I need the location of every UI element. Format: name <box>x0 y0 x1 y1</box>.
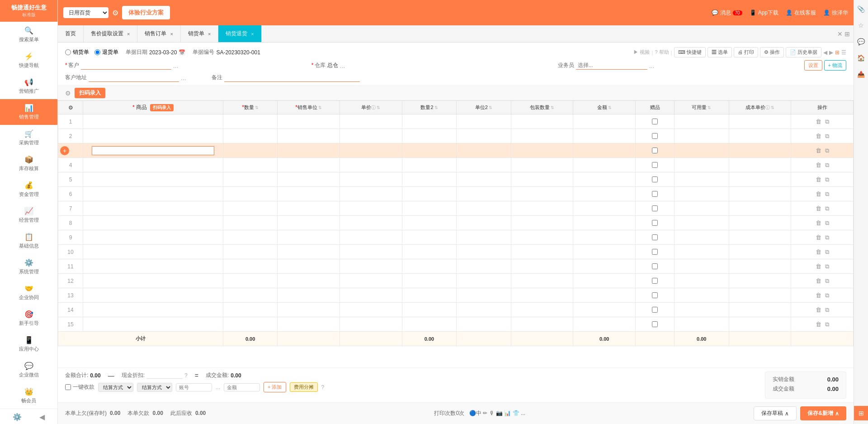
row-avail-cell[interactable] <box>675 274 729 288</box>
row-avail-cell[interactable] <box>675 201 729 216</box>
radio-return-input[interactable] <box>94 49 100 55</box>
panel-icon-4[interactable]: 🏠 <box>855 52 867 63</box>
row-qty-cell[interactable] <box>223 216 277 230</box>
account-input[interactable] <box>176 383 212 391</box>
sidebar-item-shortcut[interactable]: ⚡ 快捷导航 <box>0 48 57 73</box>
tab-sales-delivery[interactable]: 销货单 × <box>181 25 218 42</box>
copy-row-btn[interactable]: ⧉ <box>824 118 830 125</box>
collapse-icon[interactable]: ◀ <box>39 413 45 421</box>
row-price-cell[interactable] <box>340 114 402 129</box>
row-price-cell[interactable] <box>340 187 402 201</box>
gift-checkbox[interactable] <box>652 249 658 255</box>
logistics-button[interactable]: + 物流 <box>824 60 846 71</box>
row-amount-cell[interactable] <box>573 317 636 332</box>
row-unit-cell[interactable] <box>278 114 340 129</box>
row-qty-cell[interactable] <box>223 201 277 216</box>
warehouse-picker-icon[interactable]: ... <box>340 62 345 69</box>
grid-view-icon[interactable]: ⊞ <box>835 49 840 56</box>
row-gift-cell[interactable] <box>636 245 675 259</box>
row-gift-cell[interactable] <box>636 201 675 216</box>
panel-icon-3[interactable]: 💬 <box>855 36 867 47</box>
row-unit2-cell[interactable] <box>457 303 511 317</box>
customer-picker-icon[interactable]: ... <box>173 62 179 69</box>
row-unit-cell[interactable] <box>278 274 340 288</box>
row-product-cell[interactable] <box>83 259 223 274</box>
row-pkgqty-cell[interactable] <box>511 274 573 288</box>
row-unit-cell[interactable] <box>278 216 340 230</box>
row-qty2-cell[interactable] <box>402 245 456 259</box>
delete-row-btn[interactable]: 🗑 <box>815 306 822 314</box>
row-unit2-cell[interactable] <box>457 187 511 201</box>
row-unit-cell[interactable] <box>278 129 340 143</box>
help-link[interactable]: ? 帮助 <box>655 49 669 56</box>
row-unit2-cell[interactable] <box>457 114 511 129</box>
row-amount-cell[interactable] <box>573 172 636 187</box>
copy-row-btn[interactable]: ⧉ <box>824 219 830 227</box>
copy-row-btn[interactable]: ⧉ <box>824 263 830 270</box>
row-amount-cell[interactable] <box>573 230 636 245</box>
row-amount-cell[interactable] <box>573 158 636 172</box>
row-gift-cell[interactable] <box>636 143 675 158</box>
delete-row-btn[interactable]: 🗑 <box>815 147 822 154</box>
sidebar-item-wechat[interactable]: 💬 企业微信 <box>0 357 57 383</box>
row-cost-cell[interactable] <box>729 114 791 129</box>
row-amount-cell[interactable] <box>573 187 636 201</box>
online-service-item[interactable]: 👤 在线客服 <box>786 9 816 17</box>
product-input[interactable] <box>92 146 214 155</box>
copy-row-btn[interactable]: ⧉ <box>824 191 830 198</box>
sidebar-item-operation[interactable]: 📈 经营管理 <box>0 202 57 228</box>
sidebar-item-sales[interactable]: 📊 销售管理 <box>0 99 57 125</box>
row-gift-cell[interactable] <box>636 216 675 230</box>
row-avail-cell[interactable] <box>675 129 729 143</box>
staff-input[interactable] <box>576 61 647 70</box>
row-amount-cell[interactable] <box>573 129 636 143</box>
row-pkgqty-cell[interactable] <box>511 143 573 158</box>
panel-icon-5[interactable]: 📤 <box>855 69 867 80</box>
row-cost-cell[interactable] <box>729 201 791 216</box>
save-new-button[interactable]: 保存&新增 ∧ <box>800 406 846 420</box>
row-qty2-cell[interactable] <box>402 274 456 288</box>
row-cost-cell[interactable] <box>729 274 791 288</box>
row-gift-cell[interactable] <box>636 129 675 143</box>
sidebar-item-marketing[interactable]: 📢 营销推广 <box>0 73 57 99</box>
row-unit2-cell[interactable] <box>457 172 511 187</box>
row-unit-cell[interactable] <box>278 201 340 216</box>
row-amount-cell[interactable] <box>573 143 636 158</box>
row-unit2-cell[interactable] <box>457 230 511 245</box>
row-pkgqty-cell[interactable] <box>511 158 573 172</box>
sidebar-item-guide[interactable]: 🎯 新手引导 <box>0 305 57 331</box>
row-unit-cell[interactable] <box>278 230 340 245</box>
row-pkgqty-cell[interactable] <box>511 259 573 274</box>
one-key-payment-label[interactable]: 一键收款 <box>65 383 94 391</box>
row-price-cell[interactable] <box>340 303 402 317</box>
industry-select[interactable]: 日用百货 <box>63 7 108 18</box>
row-price-cell[interactable] <box>340 274 402 288</box>
tab-sales-order-close[interactable]: × <box>170 31 173 37</box>
row-pkgqty-cell[interactable] <box>511 216 573 230</box>
row-unit-cell[interactable] <box>278 317 340 332</box>
row-cost-cell[interactable] <box>729 216 791 230</box>
row-cost-cell[interactable] <box>729 245 791 259</box>
user-item[interactable]: 👤 徐泽华 <box>823 9 848 17</box>
row-cost-cell[interactable] <box>729 288 791 303</box>
panel-icon-1[interactable]: 📎 <box>855 4 867 14</box>
row-avail-cell[interactable] <box>675 172 729 187</box>
add-payment-btn[interactable]: + 添加 <box>264 382 286 392</box>
row-unit2-cell[interactable] <box>457 129 511 143</box>
row-qty2-cell[interactable] <box>402 288 456 303</box>
row-qty2-cell[interactable] <box>402 216 456 230</box>
row-product-cell[interactable] <box>83 201 223 216</box>
row-pkgqty-cell[interactable] <box>511 303 573 317</box>
row-cost-cell[interactable] <box>729 317 791 332</box>
list-view-icon[interactable]: ☰ <box>841 49 846 56</box>
row-product-cell[interactable] <box>83 317 223 332</box>
row-product-cell[interactable] <box>83 245 223 259</box>
row-pkgqty-cell[interactable] <box>511 288 573 303</box>
col-scan-button[interactable]: 扫码录入 <box>150 104 174 111</box>
delete-row-btn[interactable]: 🗑 <box>815 248 822 256</box>
account-picker-icon[interactable]: ... <box>216 384 220 391</box>
gift-checkbox[interactable] <box>652 119 658 124</box>
delete-row-btn[interactable]: 🗑 <box>815 191 822 198</box>
row-qty-cell[interactable] <box>223 288 277 303</box>
row-qty2-cell[interactable] <box>402 187 456 201</box>
